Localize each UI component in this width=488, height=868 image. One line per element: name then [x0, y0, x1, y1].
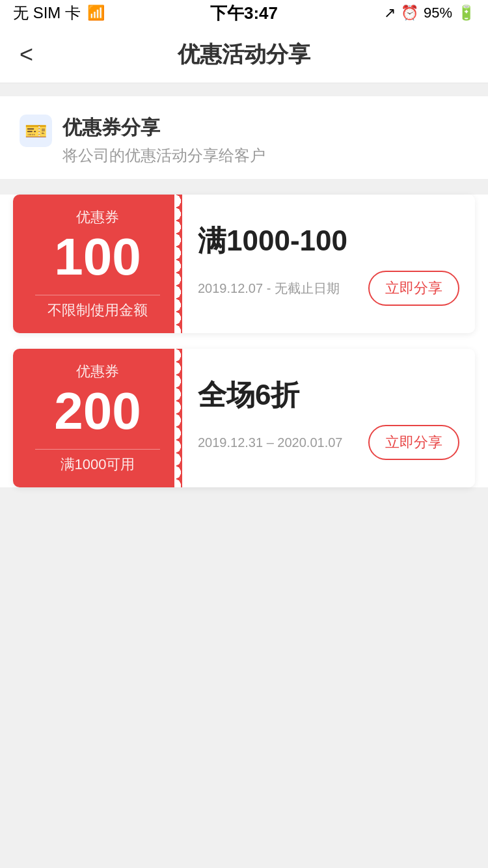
- battery-text: 95%: [424, 5, 452, 21]
- carrier-text: 无 SIM 卡: [13, 3, 81, 23]
- background-filler: [0, 503, 488, 868]
- coupon-card-1: 优惠券 100 不限制使用金额 满1000-100 2019.12.07 - 无…: [13, 195, 475, 333]
- status-time: 下午3:47: [210, 2, 278, 25]
- page-title: 优惠活动分享: [178, 40, 310, 70]
- coupon-condition-1: 不限制使用金额: [47, 301, 148, 320]
- coupon-title-2: 全场6折: [198, 376, 459, 414]
- coupon-label-2: 优惠券: [76, 362, 119, 381]
- coupon-right-2: 全场6折 2019.12.31 – 2020.01.07 立即分享: [182, 349, 475, 487]
- coupon-amount-2: 200: [54, 385, 141, 437]
- coupon-amount-1: 100: [54, 231, 141, 283]
- battery-icon: 🔋: [457, 5, 475, 21]
- coupon-date-2: 2019.12.31 – 2020.01.07: [198, 435, 342, 450]
- status-left: 无 SIM 卡 📶: [13, 3, 105, 23]
- section-text: 优惠券分享 将公司的优惠活动分享给客户: [62, 115, 265, 166]
- coupon-card-2: 优惠券 200 满1000可用 全场6折 2019.12.31 – 2020.0…: [13, 349, 475, 487]
- back-button[interactable]: <: [20, 41, 33, 68]
- nav-bar: < 优惠活动分享: [0, 26, 488, 83]
- section-subtitle: 将公司的优惠活动分享给客户: [62, 145, 265, 166]
- coupon-left-2: 优惠券 200 满1000可用: [13, 349, 182, 487]
- wifi-icon: 📶: [87, 5, 105, 21]
- share-button-2[interactable]: 立即分享: [368, 425, 459, 460]
- section-header: 🎫 优惠券分享 将公司的优惠活动分享给客户: [0, 96, 488, 179]
- alarm-icon: ⏰: [401, 5, 418, 21]
- coupon-list: 优惠券 100 不限制使用金额 满1000-100 2019.12.07 - 无…: [0, 195, 488, 487]
- section-icon: 🎫: [20, 115, 52, 147]
- status-right: ↗ ⏰ 95% 🔋: [384, 5, 475, 21]
- coupon-left-1: 优惠券 100 不限制使用金额: [13, 195, 182, 333]
- location-icon: ↗: [384, 5, 396, 21]
- coupon-info-row-1: 2019.12.07 - 无截止日期 立即分享: [198, 271, 459, 306]
- coupon-right-1: 满1000-100 2019.12.07 - 无截止日期 立即分享: [182, 195, 475, 333]
- section-title: 优惠券分享: [62, 115, 265, 141]
- coupon-condition-2: 满1000可用: [61, 455, 135, 474]
- coupon-divider-1: [35, 295, 160, 295]
- coupon-label-1: 优惠券: [76, 208, 119, 227]
- coupon-date-1: 2019.12.07 - 无截止日期: [198, 280, 340, 297]
- coupon-info-row-2: 2019.12.31 – 2020.01.07 立即分享: [198, 425, 459, 460]
- share-button-1[interactable]: 立即分享: [368, 271, 459, 306]
- status-bar: 无 SIM 卡 📶 下午3:47 ↗ ⏰ 95% 🔋: [0, 0, 488, 26]
- coupon-title-1: 满1000-100: [198, 222, 459, 260]
- coupon-divider-2: [35, 449, 160, 450]
- coupon-icon: 🎫: [25, 120, 47, 142]
